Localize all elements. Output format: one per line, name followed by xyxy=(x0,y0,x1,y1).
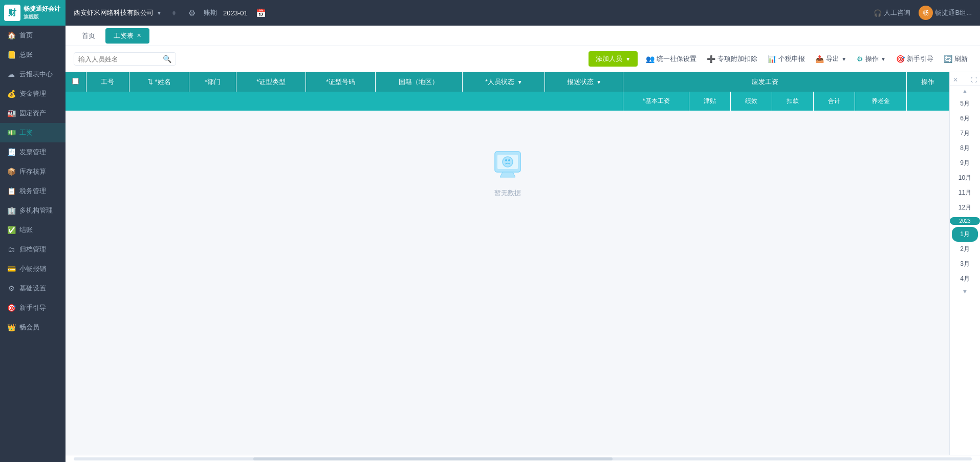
headset-icon: 🎧 xyxy=(874,9,882,17)
header: 西安虾米网络科技有限公司 ▼ ＋ ⚙ 账期 2023-01 📅 🎧 人工咨询 畅… xyxy=(66,0,980,26)
month-item[interactable]: 11月 xyxy=(950,185,980,200)
sidebar-item-settings[interactable]: ⚙基础设置 xyxy=(0,279,66,298)
th-base: *基本工资 xyxy=(623,92,689,111)
sidebar-icon-expense: 💳 xyxy=(7,265,15,273)
th-total: 合计 xyxy=(813,92,855,111)
month-item[interactable]: 10月 xyxy=(950,171,980,185)
action-label-deduct: 专项附加扣除 xyxy=(717,54,757,64)
action-export[interactable]: 📤导出 ▼ xyxy=(811,52,851,66)
sidebar-label-invoice: 发票管理 xyxy=(19,148,46,157)
month-item[interactable]: 5月 xyxy=(950,96,980,111)
month-item[interactable]: 6月 xyxy=(950,111,980,126)
sidebar-item-multi[interactable]: 🏢多机构管理 xyxy=(0,201,66,220)
user-menu[interactable]: 畅 畅捷通B组... xyxy=(919,6,972,20)
month-nav-up[interactable]: ▲ xyxy=(960,86,970,96)
sidebar-label-cloud: 云报表中心 xyxy=(19,70,53,79)
main-area: 西安虾米网络科技有限公司 ▼ ＋ ⚙ 账期 2023-01 📅 🎧 人工咨询 畅… xyxy=(66,0,980,462)
toolbar-actions: 👥统一社保设置➕专项附加扣除📊个税申报📤导出 ▼⚙操作 ▼🎯新手引导🔄刷新 xyxy=(642,52,972,66)
select-all-checkbox[interactable] xyxy=(72,78,79,85)
sidebar-item-member[interactable]: 👑畅会员 xyxy=(0,318,66,337)
status-filter-icon[interactable]: ▼ xyxy=(517,79,522,85)
app-name: 畅捷通好会计 xyxy=(24,5,60,13)
scrollbar-thumb[interactable] xyxy=(253,457,613,460)
svg-point-2 xyxy=(503,157,513,167)
th-id-type: *证型类型 xyxy=(236,72,306,92)
sidebar-item-inventory[interactable]: 📦库存核算 xyxy=(0,162,66,181)
action-icon-tax: 📊 xyxy=(768,55,776,63)
th-pension: 养老金 xyxy=(855,92,906,111)
payroll-table: 工号 ⇅ *姓名 *部门 *证型类型 *证型号码 国籍（地区） *人员状态 ▼ … xyxy=(66,72,949,111)
company-selector[interactable]: 西安虾米网络科技有限公司 ▼ xyxy=(74,8,162,17)
sidebar-icon-home: 🏠 xyxy=(7,31,15,39)
action-tax[interactable]: 📊个税申报 xyxy=(764,52,809,66)
tab-payroll[interactable]: 工资表✕ xyxy=(105,28,149,44)
sidebar-item-fixed[interactable]: 🏭固定资产 xyxy=(0,103,66,123)
sidebar-item-expense[interactable]: 💳小畅报销 xyxy=(0,259,66,279)
month-item[interactable]: 1月 xyxy=(952,227,978,242)
month-item[interactable]: 12月 xyxy=(950,200,980,215)
sidebar-item-guide[interactable]: 🎯新手引导 xyxy=(0,298,66,318)
action-deduct[interactable]: ➕专项附加扣除 xyxy=(703,52,761,66)
svg-marker-5 xyxy=(500,172,515,177)
search-wrap[interactable]: 🔍 xyxy=(74,52,176,66)
sidebar-icon-archive: 🗂 xyxy=(7,245,15,254)
sidebar-item-home[interactable]: 🏠首页 xyxy=(0,26,66,45)
sidebar-item-checkout[interactable]: ✅结账 xyxy=(0,220,66,240)
sidebar-icon-fund: 💰 xyxy=(7,90,15,98)
expand-panel-button[interactable]: ⛶ xyxy=(971,76,977,83)
settings-icon[interactable]: ⚙ xyxy=(186,6,198,20)
calendar-icon[interactable]: 📅 xyxy=(254,6,268,20)
action-icon-refresh: 🔄 xyxy=(944,55,952,63)
action-operate[interactable]: ⚙操作 ▼ xyxy=(853,52,890,66)
th-nationality: 国籍（地区） xyxy=(375,72,462,92)
sidebar-icon-tax: 📋 xyxy=(7,187,15,195)
sidebar-item-ledger[interactable]: 📒总账 xyxy=(0,45,66,65)
month-item[interactable]: 2月 xyxy=(950,242,980,257)
support-button[interactable]: 🎧 人工咨询 xyxy=(874,8,910,17)
sidebar-icon-payroll: 💵 xyxy=(7,129,15,137)
th-allowance: 津贴 xyxy=(689,92,730,111)
tab-home[interactable]: 首页 xyxy=(74,28,103,44)
sidebar-label-member: 畅会员 xyxy=(19,323,39,332)
add-company-button[interactable]: ＋ xyxy=(168,6,180,20)
th-dept: *部门 xyxy=(189,72,236,92)
month-item[interactable]: 8月 xyxy=(950,141,980,156)
search-icon: 🔍 xyxy=(163,55,171,63)
toolbar-right: 添加人员 ▼ 👥统一社保设置➕专项附加扣除📊个税申报📤导出 ▼⚙操作 ▼🎯新手引… xyxy=(589,51,972,67)
sidebar-item-tax[interactable]: 📋税务管理 xyxy=(0,181,66,201)
th-checkbox xyxy=(66,72,86,92)
user-name: 畅捷通B组... xyxy=(935,8,972,17)
month-item[interactable]: 7月 xyxy=(950,126,980,141)
action-label-export: 导出 xyxy=(826,54,839,64)
tab-close-payroll[interactable]: ✕ xyxy=(137,33,141,38)
sidebar-icon-cloud: ☁ xyxy=(7,70,15,78)
month-item[interactable]: 4月 xyxy=(950,271,980,286)
action-label-refresh: 刷新 xyxy=(954,54,968,64)
app-logo: 财 畅捷通好会计 旗舰版 xyxy=(0,0,66,26)
sidebar-icon-checkout: ✅ xyxy=(7,226,15,234)
period-label: 账期 xyxy=(204,8,217,17)
sidebar-item-invoice[interactable]: 🧾发票管理 xyxy=(0,142,66,162)
sidebar-item-archive[interactable]: 🗂归档管理 xyxy=(0,240,66,259)
search-input[interactable] xyxy=(78,55,160,63)
th-id-no: *证型号码 xyxy=(306,72,376,92)
action-refresh[interactable]: 🔄刷新 xyxy=(940,52,972,66)
month-nav-down[interactable]: ▼ xyxy=(960,286,970,297)
sidebar-item-cloud[interactable]: ☁云报表中心 xyxy=(0,65,66,84)
sidebar-item-payroll[interactable]: 💵工资 xyxy=(0,123,66,142)
sort-icon: ⇅ xyxy=(147,78,153,86)
th-status: *人员状态 ▼ xyxy=(463,72,545,92)
sidebar-icon-settings: ⚙ xyxy=(7,284,15,292)
close-panel-button[interactable]: ✕ xyxy=(953,76,958,83)
sidebar-icon-member: 👑 xyxy=(7,323,15,331)
add-person-button[interactable]: 添加人员 ▼ xyxy=(589,51,638,67)
month-item[interactable]: 9月 xyxy=(950,156,980,171)
sidebar-item-fund[interactable]: 💰资金管理 xyxy=(0,84,66,103)
month-item[interactable]: 3月 xyxy=(950,257,980,271)
content-area: 🔍 添加人员 ▼ 👥统一社保设置➕专项附加扣除📊个税申报📤导出 ▼⚙操作 ▼🎯新… xyxy=(66,46,980,462)
bottom-scrollbar[interactable] xyxy=(66,455,980,462)
action-guide[interactable]: 🎯新手引导 xyxy=(892,52,938,66)
report-filter-icon[interactable]: ▼ xyxy=(596,79,601,85)
action-social[interactable]: 👥统一社保设置 xyxy=(642,52,701,66)
period-value: 2023-01 xyxy=(223,9,248,17)
